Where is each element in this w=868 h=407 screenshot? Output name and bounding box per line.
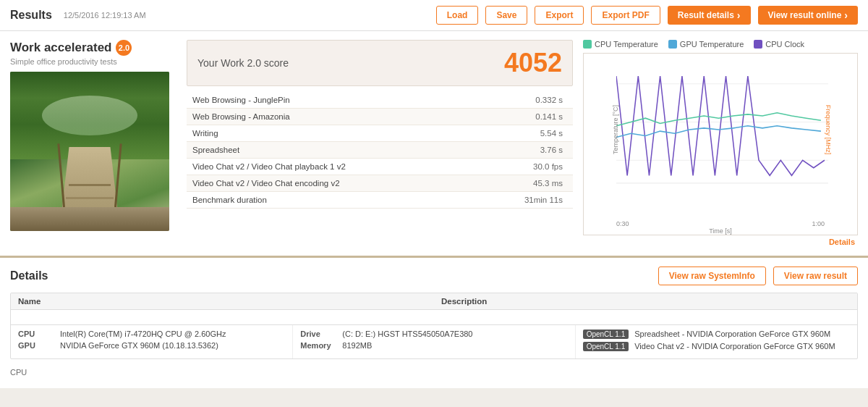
chart-legend: CPU TemperatureGPU TemperatureCPU Clock bbox=[583, 40, 858, 49]
legend-item: GPU Temperature bbox=[668, 40, 744, 49]
result-name: Web Browsing - JunglePin bbox=[187, 92, 477, 109]
opencl-col: OpenCL 1.1 Spreadsheet - NVIDIA Corporat… bbox=[576, 325, 857, 358]
save-button[interactable]: Save bbox=[485, 6, 527, 25]
storage-col: Drive (C: D: E:) HGST HTS545050A7E380 Me… bbox=[293, 325, 575, 358]
details-header: Details View raw SystemInfo View raw res… bbox=[10, 267, 858, 285]
opencl-badge-1: OpenCL 1.1 bbox=[583, 330, 629, 339]
opencl-row-1: OpenCL 1.1 Spreadsheet - NVIDIA Corporat… bbox=[583, 330, 850, 339]
cpu-row: CPU Intel(R) Core(TM) i7-4720HQ CPU @ 2.… bbox=[18, 330, 285, 338]
header-name: Name bbox=[11, 293, 434, 309]
result-value: 0.141 s bbox=[477, 109, 573, 125]
score-bar: Your Work 2.0 score 4052 bbox=[187, 40, 573, 86]
gpu-value: NVIDIA GeForce GTX 960M (10.18.13.5362) bbox=[60, 341, 218, 350]
chart-details-link[interactable]: Details bbox=[826, 236, 858, 248]
results-table: Web Browsing - JunglePin0.332 sWeb Brows… bbox=[187, 92, 573, 209]
details-table: Name Description CPU Intel(R) Core(TM) i… bbox=[10, 293, 858, 359]
cpu-gpu-col: CPU Intel(R) Core(TM) i7-4720HQ CPU @ 2.… bbox=[11, 325, 293, 358]
result-value: 3.76 s bbox=[477, 142, 573, 159]
work-badge: 2.0 bbox=[116, 40, 132, 56]
legend-item: CPU Clock bbox=[754, 40, 804, 49]
result-name: Video Chat v2 / Video Chat encoding v2 bbox=[187, 175, 477, 192]
result-name: Video Chat v2 / Video Chat playback 1 v2 bbox=[187, 159, 477, 175]
result-name: Spreadsheet bbox=[187, 142, 477, 159]
table-header-row: Name Description bbox=[11, 293, 857, 310]
right-panel: CPU TemperatureGPU TemperatureCPU Clock … bbox=[583, 40, 858, 247]
benchmark-image bbox=[10, 72, 169, 231]
details-buttons: View raw SystemInfo View raw result bbox=[658, 267, 858, 285]
result-name: Benchmark duration bbox=[187, 192, 477, 209]
cpu-value: Intel(R) Core(TM) i7-4720HQ CPU @ 2.60GH… bbox=[60, 330, 226, 338]
details-section: Details View raw SystemInfo View raw res… bbox=[0, 258, 868, 388]
view-online-button[interactable]: View result online › bbox=[758, 6, 858, 25]
opencl-badge-2: OpenCL 1.1 bbox=[583, 342, 629, 351]
gpu-row: GPU NVIDIA GeForce GTX 960M (10.18.13.53… bbox=[18, 341, 285, 350]
result-value: 30.0 fps bbox=[477, 159, 573, 175]
details-title: Details bbox=[10, 269, 48, 282]
page-title: Results bbox=[10, 9, 52, 22]
chart-area: Temperature [°C] Frequency [MHz] 80 60 4… bbox=[616, 61, 828, 198]
result-value: 45.3 ms bbox=[477, 175, 573, 192]
legend-label: CPU Temperature bbox=[595, 40, 658, 49]
cpu-label: CPU bbox=[18, 330, 54, 338]
table-row: Web Browsing - Amazonia0.141 s bbox=[187, 109, 573, 125]
y-axis-right-label: Frequency [MHz] bbox=[825, 105, 833, 155]
result-value: 5.54 s bbox=[477, 125, 573, 142]
table-row: Video Chat v2 / Video Chat encoding v245… bbox=[187, 175, 573, 192]
drive-value: (C: D: E:) HGST HTS545050A7E380 bbox=[342, 330, 472, 338]
chevron-right-icon: › bbox=[844, 9, 848, 21]
hardware-section: CPU Intel(R) Core(TM) i7-4720HQ CPU @ 2.… bbox=[11, 325, 857, 358]
legend-color bbox=[668, 40, 677, 49]
description-row bbox=[11, 310, 857, 325]
view-sysinfo-button[interactable]: View raw SystemInfo bbox=[658, 267, 766, 285]
table-row: Spreadsheet3.76 s bbox=[187, 142, 573, 159]
score-value: 4052 bbox=[504, 48, 562, 78]
drive-row: Drive (C: D: E:) HGST HTS545050A7E380 bbox=[300, 330, 567, 338]
x-tick-end: 1:00 bbox=[812, 220, 825, 227]
drive-label: Drive bbox=[300, 330, 336, 338]
chart-inner: Temperature [°C] Frequency [MHz] 80 60 4… bbox=[584, 54, 857, 220]
result-name: Writing bbox=[187, 125, 477, 142]
top-area: Work accelerated 2.0 Simple office produ… bbox=[0, 31, 868, 258]
header-bar: Results 12/5/2016 12:19:13 AM Load Save … bbox=[0, 0, 868, 31]
work-subtitle: Simple office productivity tests bbox=[10, 57, 176, 66]
memory-label: Memory bbox=[300, 341, 336, 350]
legend-label: CPU Clock bbox=[765, 40, 804, 49]
table-row: Web Browsing - JunglePin0.332 s bbox=[187, 92, 573, 109]
chart-container: Temperature [°C] Frequency [MHz] 80 60 4… bbox=[583, 53, 858, 235]
memory-row: Memory 8192MB bbox=[300, 341, 567, 350]
x-axis-label: Time [s] bbox=[584, 227, 857, 235]
opencl-row-2: OpenCL 1.1 Video Chat v2 - NVIDIA Corpor… bbox=[583, 342, 850, 351]
load-button[interactable]: Load bbox=[436, 6, 479, 25]
result-value: 0.332 s bbox=[477, 92, 573, 109]
gpu-label: GPU bbox=[18, 341, 54, 350]
view-result-button[interactable]: View raw result bbox=[773, 267, 858, 285]
table-row: Benchmark duration31min 11s bbox=[187, 192, 573, 209]
result-name: Web Browsing - Amazonia bbox=[187, 109, 477, 125]
left-panel: Work accelerated 2.0 Simple office produ… bbox=[10, 40, 176, 247]
x-tick-start: 0:30 bbox=[616, 220, 629, 227]
export-button[interactable]: Export bbox=[535, 6, 584, 25]
result-value: 31min 11s bbox=[477, 192, 573, 209]
work-title: Work accelerated bbox=[10, 41, 111, 55]
middle-panel: Your Work 2.0 score 4052 Web Browsing - … bbox=[187, 40, 573, 247]
table-row: Writing5.54 s bbox=[187, 125, 573, 142]
legend-label: GPU Temperature bbox=[680, 40, 744, 49]
chevron-right-icon: › bbox=[737, 9, 741, 21]
legend-color bbox=[754, 40, 762, 49]
result-date: 12/5/2016 12:19:13 AM bbox=[64, 11, 146, 20]
export-pdf-button[interactable]: Export PDF bbox=[591, 6, 660, 25]
memory-value: 8192MB bbox=[342, 341, 372, 350]
opencl-value-2: Video Chat v2 - NVIDIA Corporation GeFor… bbox=[634, 342, 835, 351]
cpu-bottom-label: CPU bbox=[10, 365, 858, 379]
result-details-button[interactable]: Result details › bbox=[668, 6, 751, 25]
score-label: Your Work 2.0 score bbox=[197, 57, 289, 69]
legend-color bbox=[583, 40, 592, 49]
legend-item: CPU Temperature bbox=[583, 40, 658, 49]
opencl-value-1: Spreadsheet - NVIDIA Corporation GeForce… bbox=[634, 330, 830, 338]
table-row: Video Chat v2 / Video Chat playback 1 v2… bbox=[187, 159, 573, 175]
header-description: Description bbox=[434, 293, 857, 309]
y-axis-left-label: Temperature [°C] bbox=[612, 105, 619, 154]
